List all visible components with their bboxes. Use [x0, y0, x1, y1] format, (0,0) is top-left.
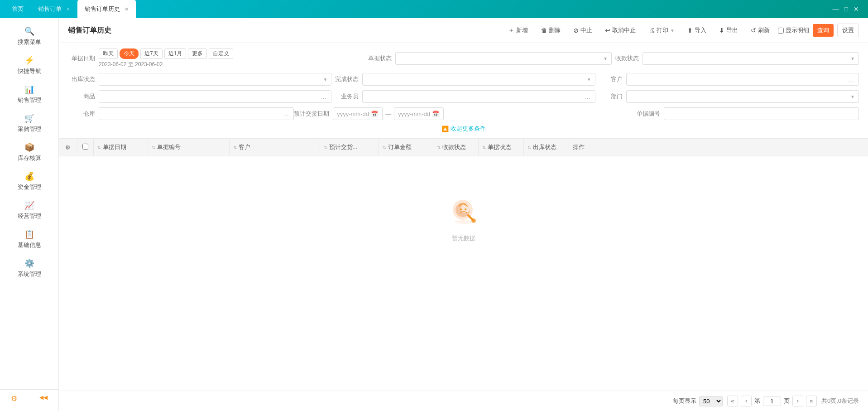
date-btn-custom[interactable]: 自定义 — [209, 48, 233, 59]
delete-button[interactable]: 🗑 删除 — [536, 24, 565, 37]
sidebar-item-sales-mgmt[interactable]: 📊 销售管理 — [0, 80, 58, 109]
import-button[interactable]: ⬆ 导入 — [683, 24, 711, 37]
tab-sales-order-history[interactable]: 销售订单历史 ✕ — [77, 0, 136, 18]
filter-doc-number-input[interactable] — [664, 107, 859, 120]
sidebar-item-basic-info[interactable]: 📋 基础信息 — [0, 225, 58, 254]
sidebar-item-operations[interactable]: 📈 经营管理 — [0, 196, 58, 225]
filter-dept-arrow: ▼ — [850, 94, 855, 99]
sidebar-item-purchase-mgmt[interactable]: 🛒 采购管理 — [0, 109, 58, 138]
date-range-display: 2023-06-02 至 2023-06-02 — [99, 61, 233, 68]
sort-delivery-icon[interactable]: ⇅ — [324, 145, 327, 150]
main-layout: 🔍 搜索菜单 ⚡ 快捷导航 📊 销售管理 🛒 采购管理 📦 库存核算 💰 资金管… — [0, 18, 868, 411]
filter-warehouse-label: 仓库 — [68, 110, 95, 118]
filter-customer-dots[interactable]: … — [846, 76, 856, 83]
date-range-buttons: 昨天 今天 近7天 近1月 更多 自定义 — [99, 48, 233, 59]
page-size-dropdown[interactable]: 50 100 200 — [699, 396, 723, 406]
date-btn-today[interactable]: 今天 — [120, 48, 139, 59]
fund-mgmt-icon: 💰 — [24, 171, 34, 181]
filter-payment-status-select[interactable]: ▼ — [643, 52, 859, 65]
col-payment-status: ⇅ 收款状态 — [433, 139, 478, 156]
sort-date-icon[interactable]: ⇅ — [97, 145, 101, 150]
date-btn-7days[interactable]: 近7天 — [140, 48, 163, 59]
sidebar-bottom: ⚙ ◀◀ — [0, 389, 58, 407]
filter-product-dots[interactable]: … — [319, 93, 328, 100]
collapse-link[interactable]: 🔼 收起更多条件 — [68, 125, 859, 133]
col-delivery-date: ⇅ 预计交货... — [320, 139, 379, 156]
print-icon: 🖨 — [648, 27, 655, 34]
filter-out-status-select[interactable]: ▼ — [99, 73, 331, 86]
filter-out-status-field: 出库状态 ▼ — [68, 73, 331, 86]
filter-dept-select[interactable]: ▼ — [626, 90, 859, 103]
window-minimize-icon[interactable]: — — [833, 5, 839, 13]
prev-page-btn[interactable]: ‹ — [741, 396, 752, 406]
sort-amount-icon[interactable]: ⇅ — [383, 145, 386, 150]
date-btn-more[interactable]: 更多 — [188, 48, 207, 59]
filter-complete-status-select[interactable]: ▼ — [362, 73, 595, 86]
sound-bottom-icon[interactable]: ◀◀ — [39, 394, 48, 403]
cancel-stop-button[interactable]: ↩ 取消中止 — [600, 24, 640, 37]
sidebar-item-system-mgmt[interactable]: ⚙️ 系统管理 — [0, 254, 58, 283]
new-button[interactable]: ＋ 新增 — [504, 24, 532, 37]
sidebar-item-inventory[interactable]: 📦 库存核算 — [0, 138, 58, 167]
last-page-btn[interactable]: » — [806, 396, 817, 406]
sidebar-item-fund-mgmt[interactable]: 💰 资金管理 — [0, 167, 58, 196]
settings-bottom-icon[interactable]: ⚙ — [11, 394, 17, 403]
purchase-mgmt-icon: 🛒 — [24, 113, 34, 123]
page-prefix: 第 — [754, 397, 760, 405]
tab-sales-order-history-close[interactable]: ✕ — [125, 6, 129, 12]
table-settings-icon[interactable]: ⚙ — [65, 144, 71, 151]
delete-icon: 🗑 — [541, 27, 547, 34]
collapse-label: 收起更多条件 — [451, 125, 486, 133]
col-customer: ⇅ 客户 — [229, 139, 320, 156]
cancel-stop-icon: ↩ — [605, 27, 610, 34]
filter-payment-status-label: 收款状态 — [612, 54, 639, 63]
tab-sales-order[interactable]: 销售订单 ✕ — [31, 0, 77, 18]
select-all-checkbox[interactable] — [82, 144, 88, 150]
filter-delivery-date-field: 预计交货日期 yyyy-mm-dd 📅 — yyyy-mm-dd 📅 — [294, 107, 633, 120]
col-amount: ⇅ 订单金额 — [379, 139, 433, 156]
col-out-status: ⇅ 出库状态 — [523, 139, 569, 156]
date-btn-1month[interactable]: 近1月 — [164, 48, 187, 59]
settings-button[interactable]: 设置 — [837, 24, 859, 37]
query-button[interactable]: 查询 — [813, 24, 834, 37]
sort-doc-status-icon[interactable]: ⇅ — [482, 145, 486, 150]
sort-number-icon[interactable]: ⇅ — [152, 145, 155, 150]
basic-info-icon: 📋 — [24, 229, 34, 239]
filter-delivery-to[interactable]: yyyy-mm-dd 📅 — [394, 107, 444, 120]
sales-mgmt-icon: 📊 — [24, 84, 34, 94]
display-toggle-checkbox[interactable] — [778, 28, 784, 34]
tab-sales-order-close[interactable]: ✕ — [66, 6, 70, 12]
tab-home[interactable]: 首页 — [5, 0, 31, 18]
date-range-separator: — — [385, 111, 391, 117]
sort-customer-icon[interactable]: ⇅ — [233, 145, 237, 150]
date-btn-yesterday[interactable]: 昨天 — [99, 48, 118, 59]
empty-illustration — [446, 193, 482, 229]
col-checkbox — [77, 139, 93, 156]
filter-delivery-from[interactable]: yyyy-mm-dd 📅 — [333, 107, 383, 120]
sidebar-item-quick-nav[interactable]: ⚡ 快捷导航 — [0, 51, 58, 80]
export-button[interactable]: ⬇ 导出 — [715, 24, 743, 37]
stop-button[interactable]: ⊘ 中止 — [569, 24, 597, 37]
page-title: 销售订单历史 — [68, 26, 111, 35]
collapse-up-icon: 🔼 — [441, 126, 449, 132]
filter-warehouse-dots[interactable]: … — [281, 111, 291, 117]
filter-salesman-dots[interactable]: … — [583, 93, 592, 100]
page-number-input[interactable] — [763, 396, 781, 406]
next-page-btn[interactable]: › — [792, 396, 803, 406]
filter-customer-field: 客户 … — [595, 73, 859, 86]
first-page-btn[interactable]: « — [727, 396, 738, 406]
filter-product-label: 商品 — [68, 92, 95, 101]
stop-icon: ⊘ — [573, 27, 579, 34]
sort-out-status-icon[interactable]: ⇅ — [528, 145, 531, 150]
refresh-button[interactable]: ↺ 刷新 — [746, 24, 774, 37]
window-close-icon[interactable]: ✕ — [854, 5, 859, 13]
filter-delivery-from-text: yyyy-mm-dd — [337, 111, 369, 117]
window-maximize-icon[interactable]: □ — [844, 5, 848, 13]
filter-doc-status-select[interactable]: ▼ — [395, 52, 612, 65]
page-suffix: 页 — [784, 397, 790, 405]
print-button[interactable]: 🖨 打印 ▼ — [644, 24, 679, 37]
sidebar-item-search-menu[interactable]: 🔍 搜索菜单 — [0, 22, 58, 51]
filter-date-control: 昨天 今天 近7天 近1月 更多 自定义 2023-06-02 至 2023-0… — [99, 48, 364, 68]
sort-payment-icon[interactable]: ⇅ — [437, 145, 441, 150]
empty-text: 暂无数据 — [452, 234, 475, 242]
